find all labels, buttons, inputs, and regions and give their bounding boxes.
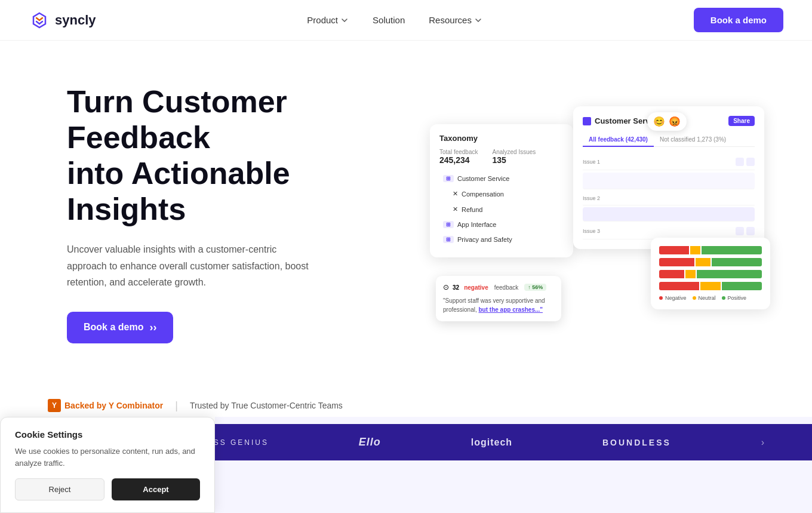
cs-icon bbox=[583, 117, 591, 125]
cookie-banner: Cookie Settings We use cookies to person… bbox=[0, 417, 812, 460]
bar-row bbox=[659, 258, 762, 266]
cs-issue-row bbox=[583, 207, 755, 222]
arrow-icon: ›› bbox=[149, 321, 156, 334]
chevron-down-icon bbox=[474, 16, 482, 24]
nav-links: Product Solution Resources bbox=[297, 10, 492, 30]
cs-issue-row: Issue 2 bbox=[583, 192, 755, 205]
bar-row bbox=[659, 246, 762, 254]
tree-item: ✕ Refund bbox=[449, 202, 564, 216]
angry-emoji: 😡 bbox=[669, 116, 681, 127]
cs-issue-row bbox=[583, 173, 755, 189]
hero-cta-button[interactable]: Book a demo ›› bbox=[67, 312, 173, 343]
logo-icon bbox=[29, 10, 50, 31]
logo[interactable]: syncly bbox=[29, 10, 96, 31]
hero-content: Turn Customer Feedback into Actionable I… bbox=[67, 84, 365, 343]
nav-product[interactable]: Product bbox=[297, 10, 358, 30]
cs-icon-sm bbox=[746, 227, 755, 235]
emoji-reaction: 😊 😡 bbox=[647, 112, 687, 131]
trusted-section: Y Backed by Y Combinator | Trusted by Tr… bbox=[0, 387, 812, 412]
bar-chart-card: Negative Neutral Positive bbox=[651, 238, 770, 309]
hero-title: Turn Customer Feedback into Actionable I… bbox=[67, 84, 365, 227]
cs-issue-row: Issue 1 bbox=[583, 154, 755, 170]
cs-icon-sm bbox=[736, 227, 744, 235]
yc-badge: Y Backed by Y Combinator bbox=[48, 399, 163, 412]
trusted-text: Trusted by True Customer-Centric Teams bbox=[190, 401, 343, 410]
cs-issue-row: Issue 3 bbox=[583, 223, 755, 239]
nav-resources[interactable]: Resources bbox=[419, 10, 492, 30]
hero-subtitle: Uncover valuable insights with a custome… bbox=[67, 241, 318, 290]
tree-item: ⊞ App Interface bbox=[439, 218, 564, 231]
cs-icon-sm bbox=[736, 158, 744, 166]
cs-tabs: All feedback (42,430) Not classified 1,2… bbox=[583, 133, 755, 147]
cookie-right-space bbox=[215, 417, 812, 460]
logo-text: syncly bbox=[55, 13, 96, 28]
navbar: syncly Product Solution Resources Book a… bbox=[0, 0, 812, 41]
cs-icon-sm bbox=[746, 158, 755, 166]
share-button[interactable]: Share bbox=[728, 116, 755, 126]
tree-item: ✕ Compensation bbox=[449, 187, 564, 201]
illustration-wrapper: Taxonomy Total feedback 245,234 Analyzed… bbox=[430, 106, 764, 321]
tree-item: ⊞ Customer Service bbox=[439, 172, 564, 185]
book-demo-button[interactable]: Book a demo bbox=[694, 8, 783, 32]
cookie-text: We use cookies to personalize content, r… bbox=[15, 446, 200, 460]
cookie-panel: Cookie Settings We use cookies to person… bbox=[0, 417, 215, 460]
feedback-popup: ⊙ 32 negative feedback ↑ 56% "Support st… bbox=[436, 276, 561, 321]
cookie-title: Cookie Settings bbox=[15, 429, 200, 440]
bar-legend: Negative Neutral Positive bbox=[659, 295, 762, 301]
nav-solution[interactable]: Solution bbox=[363, 10, 414, 30]
yc-logo: Y bbox=[48, 399, 61, 412]
happy-emoji: 😊 bbox=[653, 116, 665, 127]
taxonomy-stats: Total feedback 245,234 Analyzed Issues 1… bbox=[439, 149, 564, 165]
feedback-quote: "Support staff was very supportive and p… bbox=[443, 296, 554, 314]
tree-item: ⊞ Privacy and Safety bbox=[439, 233, 564, 246]
bar-row bbox=[659, 282, 762, 290]
bar-row bbox=[659, 270, 762, 278]
yc-text: Backed by Y Combinator bbox=[64, 401, 163, 410]
hero-section: Turn Customer Feedback into Actionable I… bbox=[0, 41, 812, 387]
chevron-down-icon bbox=[340, 16, 349, 24]
positive-badge: ↑ 56% bbox=[524, 284, 546, 291]
cs-tab-unclassified[interactable]: Not classified 1,273 (3%) bbox=[654, 133, 732, 147]
hero-illustration: Taxonomy Total feedback 245,234 Analyzed… bbox=[365, 94, 764, 333]
cs-tab-all[interactable]: All feedback (42,430) bbox=[583, 133, 654, 147]
taxonomy-card: Taxonomy Total feedback 245,234 Analyzed… bbox=[430, 124, 573, 257]
taxonomy-title: Taxonomy bbox=[439, 134, 564, 143]
